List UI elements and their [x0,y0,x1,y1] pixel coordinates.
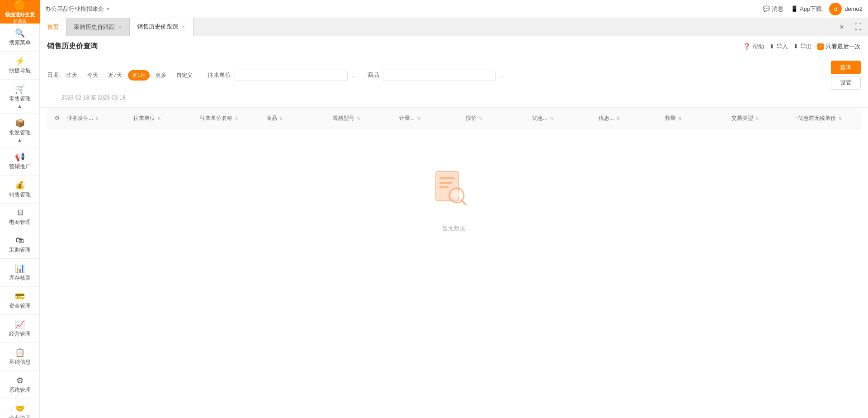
filter-row-1: 日期 昨天今天近7天近1月更多自定义 往来单位 ... 商品 ... 查 [47,61,861,90]
counterpart-label: 往来单位 [208,71,231,79]
sort-icon: ⇅ [550,116,553,121]
th-unit[interactable]: 计量... ⇅ [396,108,462,128]
tab-label: 首页 [47,23,59,31]
import-icon: ⬆ [769,43,774,50]
th-business-date[interactable]: 业务发生... ⇅ [63,108,130,128]
goods-input[interactable] [383,70,496,81]
th-quantity[interactable]: 数量 ⇅ [661,108,728,128]
query-actions: 查询 设置 [831,61,861,90]
account-name: 办公用品行业模拟账套 [45,5,104,13]
sidebar-item-finance[interactable]: 💳资金管理 [0,287,39,315]
sidebar-item-retail-mgmt[interactable]: 🛒零售管理▲ [0,80,39,114]
th-trade-type[interactable]: 交易类型 ⇅ [728,108,794,128]
sidebar-item-label: 批发管理 [9,129,31,137]
import-action[interactable]: ⬆ 导入 [769,43,788,51]
app-download-action[interactable]: 📱 App下载 [791,5,822,13]
svg-rect-1 [439,177,455,179]
th-counterpart-name[interactable]: 往来单位名称 ⇅ [196,108,263,128]
th-goods[interactable]: 商品 ⇅ [263,108,329,128]
sidebar-item-quick-nav[interactable]: ⚡快捷导航 [0,52,39,80]
tab-label: 销售历史价跟踪 [137,23,178,31]
date-filter: 日期 昨天今天近7天近1月更多自定义 [47,70,197,81]
th-spec[interactable]: 规格型号 ⇅ [329,108,396,128]
app-logo: 🟠 畅捷通好生意 标准版 [0,0,40,24]
sidebar-item-basics[interactable]: 📋基础信息 [0,343,39,371]
sidebar-item-label: 销售管理 [9,191,31,199]
checkbox-checked-icon: ✓ [817,43,824,50]
date-btn-yesterday[interactable]: 昨天 [62,70,81,81]
fullscreen-button[interactable]: ⛶ [852,21,864,33]
goods-picker-btn[interactable]: ... [500,71,505,79]
sidebar-item-enterprise-collab[interactable]: 🤝企业协同 [0,399,39,418]
tab-home[interactable]: 首页 [40,18,66,36]
date-btn-custom[interactable]: 自定义 [172,70,197,81]
page-title: 销售历史价查询 [47,42,98,51]
table-header-row: ⚙ 业务发生... ⇅ 往来单位 ⇅ 往来单位名称 ⇅ 商品 ⇅ 规格型号 ⇅ … [47,108,861,128]
close-all-button[interactable]: × [835,21,848,33]
sort-icon: ⇅ [616,116,620,121]
help-action[interactable]: ❓ 帮助 [743,43,764,51]
counterpart-input[interactable] [235,70,348,81]
date-btn-last1month[interactable]: 近1月 [128,70,150,81]
svg-point-6 [451,190,460,199]
sidebar-item-label: 采购管理 [9,246,31,254]
sidebar-item-search-menu[interactable]: 🔍搜索菜单 [0,24,39,52]
sidebar-item-operations[interactable]: 📈经营管理 [0,315,39,343]
counterpart-picker-btn[interactable]: ... [351,71,357,79]
tab-close-btn[interactable]: × [181,24,185,29]
sidebar-item-label: 经营管理 [9,330,31,338]
sort-icon: ⇅ [157,116,161,121]
settings-button[interactable]: 设置 [831,76,861,90]
sidebar-item-ecom-mgmt[interactable]: 🖥电商管理 [0,204,39,231]
filter-area: 日期 昨天今天近7天近1月更多自定义 往来单位 ... 商品 ... 查 [40,55,868,108]
page-content: 销售历史价查询 ❓ 帮助 ⬆ 导入 ⬇ 导出 ✓ [40,36,868,418]
th-discount2[interactable]: 优惠... ⇅ [595,108,661,128]
date-label: 日期 [47,71,59,79]
goods-label: 商品 [368,71,379,79]
sort-icon: ⇅ [479,116,482,121]
sidebar-item-system[interactable]: ⚙系统管理 [0,371,39,399]
sort-icon: ⇅ [279,116,283,121]
tab-purchase-history[interactable]: 采购历史价跟踪× [66,18,130,36]
sidebar-item-inventory[interactable]: 📊库存核算 [0,259,39,287]
th-pretax-price[interactable]: 优惠前无税单价 ⇅ [794,108,861,128]
page-header-actions: ❓ 帮助 ⬆ 导入 ⬇ 导出 ✓ 只看最后一次 [743,43,861,51]
sidebar-item-marketing[interactable]: 📢营销推广 [0,147,39,176]
table-container: ⚙ 业务发生... ⇅ 往来单位 ⇅ 往来单位名称 ⇅ 商品 ⇅ 规格型号 ⇅ … [40,108,868,128]
table-settings-btn[interactable]: ⚙ [51,112,63,124]
th-discount1[interactable]: 优惠... ⇅ [528,108,595,128]
filter-row-2: 2023-02-18 至 2023-03-18 [47,92,861,102]
tab-close-btn[interactable]: × [118,24,122,30]
retail-mgmt-icon: 🛒 [15,84,25,94]
tabbar: 首页采购历史价跟踪×销售历史价跟踪××⛶ [40,18,868,36]
sidebar-item-label: 搜索菜单 [9,39,31,47]
only-last-checkbox-label[interactable]: ✓ 只看最后一次 [817,43,861,51]
th-counterpart-code[interactable]: 往来单位 ⇅ [130,108,196,128]
message-action[interactable]: 💬 消息 [763,5,783,13]
export-action[interactable]: ⬇ 导出 [793,43,812,51]
sidebar-item-label: 库存核算 [9,274,31,282]
import-label: 导入 [776,43,788,51]
quick-nav-icon: ⚡ [15,56,25,66]
th-quote[interactable]: 报价 ⇅ [462,108,528,128]
sidebar-item-label: 营销推广 [9,163,31,171]
app-download-label: App下载 [800,5,822,13]
empty-illustration [427,165,472,210]
help-label: 帮助 [752,43,764,51]
sort-icon: ⇅ [417,116,420,121]
account-dropdown[interactable]: 办公用品行业模拟账套 ▼ [45,5,110,13]
sidebar-item-purchase-mgmt[interactable]: 🛍采购管理 [0,231,39,259]
sidebar-item-sales-mgmt[interactable]: 💰销售管理 [0,176,39,204]
sidebar-item-wholesale-mgmt[interactable]: 📦批发管理▲ [0,114,39,147]
sidebar-nav: 🔍搜索菜单⚡快捷导航🛒零售管理▲📦批发管理▲📢营销推广💰销售管理🖥电商管理🛍采购… [0,24,39,418]
user-menu[interactable]: d demo2 [829,3,863,15]
date-btn-more[interactable]: 更多 [151,70,170,81]
basics-icon: 📋 [15,347,25,357]
export-icon: ⬇ [793,43,798,50]
query-button[interactable]: 查询 [831,61,861,74]
date-btn-today[interactable]: 今天 [83,70,102,81]
enterprise-collab-icon: 🤝 [15,404,25,413]
date-btn-last7[interactable]: 近7天 [104,70,126,81]
tab-sales-history[interactable]: 销售历史价跟踪× [130,18,193,36]
svg-line-5 [462,200,466,204]
